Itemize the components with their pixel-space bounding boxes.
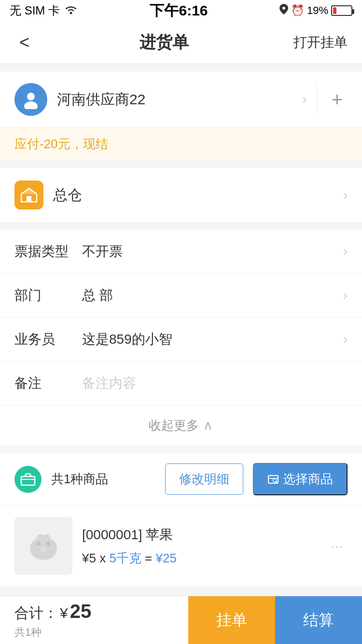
battery-icon: [331, 5, 352, 16]
unit-price: ¥5 x: [82, 551, 109, 565]
product-price: ¥5 x 5千克 = ¥25: [82, 550, 316, 567]
svg-marker-6: [21, 188, 37, 194]
form-section: 票据类型 不开票 › 部门 总 部 › 业务员 这是859的小智 › 备注 备注…: [0, 230, 362, 446]
select-product-button[interactable]: 选择商品: [253, 463, 348, 495]
location-icon: [279, 4, 288, 17]
product-thumbnail: [14, 517, 72, 575]
warehouse-section: 总仓 ›: [0, 168, 362, 222]
open-hold-button[interactable]: 打开挂单: [293, 33, 348, 52]
supplier-chevron-icon: ›: [302, 92, 306, 107]
status-time: 下午6:16: [150, 1, 208, 21]
total-amount: 25: [70, 601, 92, 622]
status-bar: 无 SIM 卡 下午6:16 ⏰ 19%: [0, 0, 362, 21]
supplier-row[interactable]: 河南供应商22 › +: [0, 71, 362, 128]
page-title: 进货单: [139, 31, 189, 54]
collapse-label: 收起更多 ∧: [149, 418, 213, 433]
hold-button[interactable]: 挂单: [188, 596, 275, 644]
alert-text: 应付-20元，现结: [14, 137, 108, 151]
note-placeholder: 备注内容: [82, 374, 348, 392]
note-label: 备注: [14, 374, 82, 392]
salesperson-value: 这是859的小智: [82, 330, 343, 349]
products-icon: [14, 466, 42, 493]
status-right: ⏰ 19%: [279, 4, 352, 17]
svg-point-3: [24, 101, 38, 109]
status-left: 无 SIM 卡: [10, 3, 78, 18]
dept-chevron-icon: ›: [343, 288, 348, 303]
select-product-label: 选择商品: [283, 471, 333, 488]
svg-point-18: [41, 548, 46, 552]
alarm-icon: ⏰: [291, 4, 304, 17]
product-name: [0000001] 苹果: [82, 526, 316, 544]
equals: =: [141, 551, 156, 565]
supplier-section: 河南供应商22 › + 应付-20元，现结: [0, 71, 362, 160]
checkout-button[interactable]: 结算: [275, 596, 362, 644]
total-label: 合计：: [14, 603, 58, 623]
svg-point-2: [27, 93, 35, 100]
total-currency: ¥: [60, 605, 68, 621]
salesperson-label: 业务员: [14, 330, 82, 349]
products-header: 共1种商品 修改明细 选择商品: [0, 453, 362, 505]
products-section: 共1种商品 修改明细 选择商品: [0, 453, 362, 587]
total-price: ¥25: [155, 551, 176, 565]
svg-point-1: [282, 7, 285, 10]
product-info: [0000001] 苹果 ¥5 x 5千克 = ¥25: [82, 526, 316, 567]
svg-point-0: [70, 12, 72, 14]
product-item: [0000001] 苹果 ¥5 x 5千克 = ¥25 ···: [0, 505, 362, 587]
add-supplier-button[interactable]: +: [327, 84, 348, 115]
carrier-label: 无 SIM 卡: [10, 3, 60, 18]
warehouse-name: 总仓: [53, 185, 343, 205]
battery-percent: 19%: [307, 4, 328, 17]
dept-label: 部门: [14, 286, 82, 305]
edit-detail-button[interactable]: 修改明细: [165, 463, 243, 495]
invoice-value: 不开票: [82, 242, 343, 261]
total-sub: 共1种: [14, 625, 174, 640]
svg-point-16: [37, 542, 41, 546]
warehouse-row[interactable]: 总仓 ›: [0, 168, 362, 222]
quantity-value: 5千克: [109, 551, 141, 565]
dept-value: 总 部: [82, 286, 343, 305]
salesperson-chevron-icon: ›: [343, 332, 348, 347]
product-title: 苹果: [146, 527, 173, 542]
collapse-button[interactable]: 收起更多 ∧: [0, 405, 362, 446]
svg-rect-5: [27, 196, 31, 202]
svg-point-12: [273, 478, 277, 482]
invoice-row[interactable]: 票据类型 不开票 ›: [0, 230, 362, 274]
note-row[interactable]: 备注 备注内容: [0, 362, 362, 405]
salesperson-row[interactable]: 业务员 这是859的小智 ›: [0, 318, 362, 362]
invoice-label: 票据类型: [14, 242, 82, 261]
footer: 合计： ¥ 25 共1种 挂单 结算: [0, 596, 362, 644]
warehouse-chevron-icon: ›: [343, 187, 348, 203]
products-count: 共1种商品: [51, 471, 155, 488]
warehouse-icon: [14, 181, 43, 210]
dept-row[interactable]: 部门 总 部 ›: [0, 274, 362, 318]
alert-banner: 应付-20元，现结: [0, 128, 362, 160]
product-code: [0000001]: [82, 527, 146, 542]
supplier-name: 河南供应商22: [57, 90, 302, 110]
svg-point-17: [46, 542, 50, 546]
svg-rect-7: [21, 476, 35, 485]
divider: [317, 85, 317, 114]
invoice-chevron-icon: ›: [343, 244, 348, 259]
product-more-button[interactable]: ···: [326, 533, 348, 559]
back-button[interactable]: <: [14, 28, 34, 57]
footer-total: 合计： ¥ 25 共1种: [0, 601, 188, 640]
nav-bar: < 进货单 打开挂单: [0, 21, 362, 64]
supplier-avatar: [14, 83, 47, 116]
wifi-icon: [64, 4, 78, 17]
